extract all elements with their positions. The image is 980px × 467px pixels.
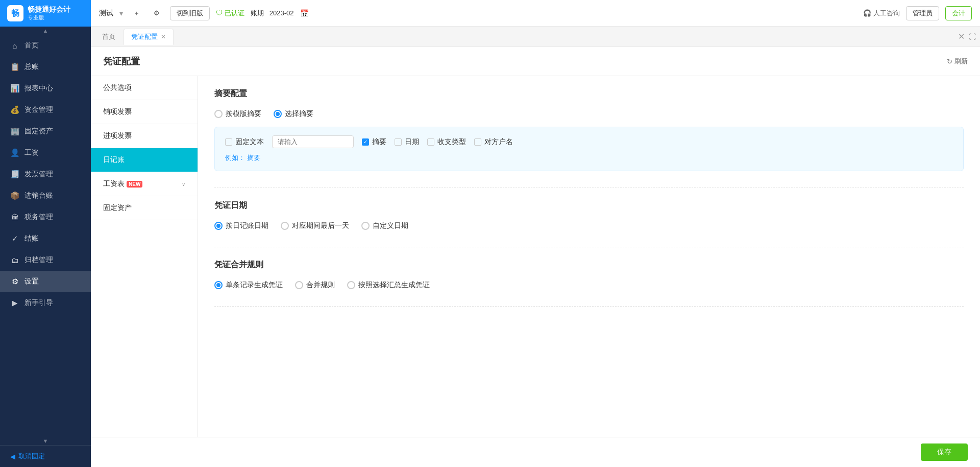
sidebar-item-settings[interactable]: ⚙ 设置 (0, 271, 91, 292)
period-last-radio-circle (281, 222, 289, 230)
template-radio-circle (214, 110, 223, 118)
tab-close-icon[interactable]: ✕ (161, 33, 166, 40)
new-badge: NEW (127, 181, 142, 188)
close-window-button[interactable]: ✕ (958, 32, 965, 41)
counterpart-checkbox[interactable]: 对方户名 (474, 137, 513, 147)
trade-icon: 📦 (10, 191, 19, 200)
add-button[interactable]: ＋ (129, 6, 143, 20)
payroll-icon: 👤 (10, 148, 19, 157)
footer: 保存 (91, 437, 980, 467)
sidebar-item-label: 归档管理 (24, 255, 53, 265)
switch-version-button[interactable]: 切到旧版 (170, 6, 210, 20)
capital-icon: 💰 (10, 105, 19, 114)
sidebar-item-home[interactable]: ⌂ 首页 (0, 35, 91, 56)
merge-section-title: 凭证合并规则 (214, 260, 964, 270)
sidebar-item-label: 进销台账 (24, 191, 53, 200)
sidebar-item-trade[interactable]: 📦 进销台账 (0, 185, 91, 206)
left-nav-fixed-assets[interactable]: 固定资产 (91, 196, 198, 220)
summary-template-option[interactable]: 按模版摘要 (214, 109, 261, 119)
logo-icon: 畅 (7, 5, 23, 21)
single-option[interactable]: 单条记录生成凭证 (214, 281, 283, 290)
role-button[interactable]: 会计 (945, 6, 972, 20)
sidebar-item-tax[interactable]: 🏛 税务管理 (0, 206, 91, 228)
scroll-down[interactable]: ▼ (0, 437, 91, 445)
sidebar-item-capital[interactable]: 💰 资金管理 (0, 99, 91, 121)
refresh-button[interactable]: ↻ 刷新 (947, 57, 968, 66)
user-button[interactable]: 管理员 (906, 6, 939, 20)
sidebar-item-label: 税务管理 (24, 213, 53, 222)
journal-date-option[interactable]: 按日记账日期 (214, 221, 268, 230)
left-nav-journal[interactable]: 日记账 (91, 148, 198, 172)
journal-date-radio-circle (214, 222, 223, 230)
select-merge-option[interactable]: 按照选择汇总生成凭证 (347, 281, 430, 290)
sidebar-item-assets[interactable]: 🏢 固定资产 (0, 121, 91, 142)
home-icon: ⌂ (10, 41, 19, 50)
sidebar-item-ledger[interactable]: 📋 总账 (0, 56, 91, 78)
settings-button[interactable]: ⚙ (150, 6, 164, 20)
sidebar-item-label: 设置 (24, 277, 39, 286)
topbar: 测试 ▾ ＋ ⚙ 切到旧版 🛡 已认证 账期 2023-02 📅 🎧 人工咨询 … (91, 0, 980, 27)
left-nav-public[interactable]: 公共选项 (91, 76, 198, 100)
headset-icon: 🎧 (863, 9, 871, 17)
custom-date-option[interactable]: 自定义日期 (361, 221, 408, 230)
sidebar-item-label: 首页 (24, 41, 39, 50)
period-last-option[interactable]: 对应期间最后一天 (281, 221, 349, 230)
sidebar-item-label: 报表中心 (24, 84, 53, 93)
left-nav-sales-invoice[interactable]: 销项发票 (91, 100, 198, 124)
service-button[interactable]: 🎧 人工咨询 (863, 9, 900, 18)
cancel-fixed-btn[interactable]: ◀ 取消固定 (0, 445, 91, 467)
ledger-icon: 📋 (10, 62, 19, 72)
divider-2 (214, 247, 964, 247)
tab-voucher-config[interactable]: 凭证配置 ✕ (124, 29, 174, 45)
save-button[interactable]: 保存 (921, 443, 968, 461)
sidebar-item-label: 工资 (24, 148, 39, 157)
settings-icon: ⚙ (10, 277, 19, 286)
tab-voucher-config-label: 凭证配置 (131, 32, 158, 41)
page-header: 凭证配置 ↻ 刷新 (91, 47, 980, 76)
date-checkbox-box (395, 138, 402, 146)
sidebar-item-invoice[interactable]: 🧾 发票管理 (0, 164, 91, 185)
single-radio-circle (214, 281, 223, 289)
summary-radio-group: 按模版摘要 选择摘要 (214, 109, 964, 119)
right-content: 摘要配置 按模版摘要 选择摘要 (198, 76, 980, 437)
content-area: 凭证配置 ↻ 刷新 公共选项 销项发票 进项发票 日记账 工资表NEW ∨ (91, 47, 980, 467)
sidebar-item-closing[interactable]: ✓ 结账 (0, 228, 91, 249)
tab-home[interactable]: 首页 (95, 29, 122, 45)
date-radio-group: 按日记账日期 对应期间最后一天 自定义日期 (214, 221, 964, 230)
divider-1 (214, 188, 964, 188)
company-name: 测试 (99, 9, 113, 18)
tab-home-label: 首页 (102, 32, 115, 41)
tabbar-right: ✕ ⛶ (958, 32, 976, 41)
sidebar-item-archive[interactable]: 🗂 归档管理 (0, 249, 91, 271)
sidebar-item-report[interactable]: 📊 报表中心 (0, 78, 91, 99)
company-chevron-icon[interactable]: ▾ (119, 9, 123, 17)
verified-badge: 🛡 已认证 (216, 9, 244, 18)
summary-select-option[interactable]: 选择摘要 (274, 109, 313, 119)
scroll-up[interactable]: ▲ (0, 27, 91, 35)
date-checkbox[interactable]: 日期 (395, 137, 419, 147)
refresh-icon: ↻ (947, 58, 952, 65)
left-nav: 公共选项 销项发票 进项发票 日记账 工资表NEW ∨ 固定资产 (91, 76, 198, 437)
fixed-text-checkbox[interactable]: 固定文本 (225, 137, 264, 147)
calendar-icon[interactable]: 📅 (300, 9, 309, 17)
sidebar: 畅 畅捷通好会计 专业版 ▲ ⌂ 首页 📋 总账 📊 报表中心 💰 资金管理 🏢… (0, 0, 91, 467)
income-type-checkbox[interactable]: 收支类型 (427, 137, 466, 147)
date-section: 凭证日期 按日记账日期 对应期间最后一天 自定义日期 (214, 200, 964, 230)
sidebar-item-payroll[interactable]: 👤 工资 (0, 142, 91, 164)
sidebar-item-label: 发票管理 (24, 170, 53, 179)
pin-icon: ◀ (10, 453, 15, 460)
income-type-checkbox-box (427, 138, 434, 146)
summary-checkbox-box (362, 138, 369, 146)
left-nav-payroll-table[interactable]: 工资表NEW ∨ (91, 172, 198, 196)
sidebar-item-label: 结账 (24, 234, 39, 243)
select-radio-circle (274, 110, 282, 118)
sidebar-item-label: 资金管理 (24, 105, 53, 114)
sidebar-item-guide[interactable]: ▶ 新手引导 (0, 292, 91, 314)
merge-rules-option[interactable]: 合并规则 (295, 281, 335, 290)
report-icon: 📊 (10, 84, 19, 93)
sidebar-item-label: 新手引导 (24, 298, 53, 308)
fixed-text-input[interactable] (272, 135, 354, 148)
fullscreen-button[interactable]: ⛶ (969, 33, 976, 41)
left-nav-purchase-invoice[interactable]: 进项发票 (91, 124, 198, 148)
summary-checkbox[interactable]: 摘要 (362, 137, 386, 147)
